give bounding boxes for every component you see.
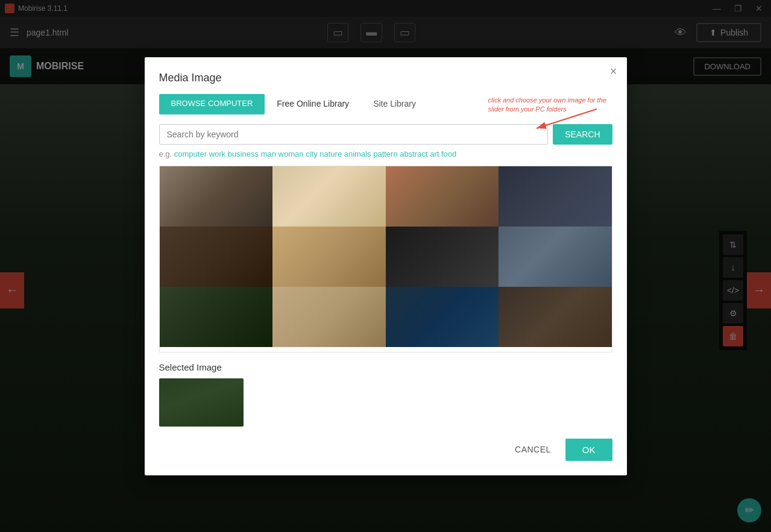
keywords-prefix: e.g. — [159, 149, 172, 158]
tab-bar: BROWSE COMPUTER Free Online Library Site… — [159, 94, 612, 114]
image-item[interactable] — [386, 287, 499, 347]
selected-image[interactable] — [159, 378, 244, 427]
selected-image-label: Selected Image — [159, 362, 612, 372]
keyword-animals[interactable]: animals — [344, 149, 371, 158]
cancel-button[interactable]: CANCEL — [508, 440, 558, 459]
image-item[interactable] — [272, 166, 386, 227]
modal-close-button[interactable]: × — [610, 64, 617, 78]
selected-image-thumb — [159, 378, 244, 427]
modal-title: Media Image — [159, 72, 612, 84]
search-row: SEARCH — [159, 124, 612, 145]
keyword-man[interactable]: man — [261, 149, 276, 158]
image-item[interactable] — [386, 227, 499, 287]
image-item[interactable] — [499, 287, 612, 347]
keyword-pattern[interactable]: pattern — [373, 149, 397, 158]
image-item[interactable] — [160, 287, 273, 347]
image-item[interactable] — [272, 227, 386, 287]
keyword-work[interactable]: work — [209, 149, 225, 158]
site-library-tab[interactable]: Site Library — [361, 94, 428, 114]
image-grid-container[interactable] — [159, 166, 612, 352]
ok-button[interactable]: OK — [565, 439, 612, 461]
image-item[interactable] — [272, 287, 386, 347]
image-item[interactable] — [499, 227, 612, 287]
image-item[interactable] — [386, 166, 499, 227]
free-library-tab[interactable]: Free Online Library — [265, 94, 361, 114]
search-button[interactable]: SEARCH — [553, 124, 612, 145]
image-item[interactable] — [160, 227, 273, 287]
browse-computer-tab[interactable]: BROWSE COMPUTER — [159, 94, 265, 114]
keywords-row: e.g. computer work business man woman ci… — [159, 149, 612, 158]
media-image-modal: Media Image × click and choose your own … — [145, 57, 627, 475]
keyword-business[interactable]: business — [228, 149, 259, 158]
search-input[interactable] — [159, 124, 549, 145]
keyword-computer[interactable]: computer — [174, 149, 207, 158]
keyword-woman[interactable]: woman — [279, 149, 304, 158]
modal-overlay: Media Image × click and choose your own … — [0, 0, 771, 532]
image-item[interactable] — [160, 166, 273, 227]
modal-footer: CANCEL OK — [159, 439, 612, 461]
keyword-art[interactable]: art — [430, 149, 439, 158]
image-item[interactable] — [499, 166, 612, 227]
keyword-food[interactable]: food — [441, 149, 456, 158]
keyword-abstract[interactable]: abstract — [400, 149, 427, 158]
keyword-city[interactable]: city — [306, 149, 318, 158]
keyword-nature[interactable]: nature — [319, 149, 342, 158]
image-grid — [160, 166, 612, 347]
